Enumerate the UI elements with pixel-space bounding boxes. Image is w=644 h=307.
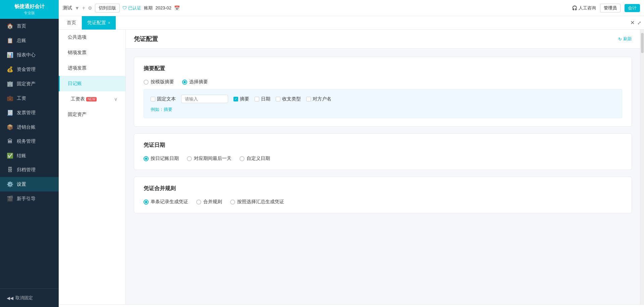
summary-radio-template[interactable]: 按模版摘要 — [144, 79, 174, 85]
page-header: 凭证配置 ↻ 刷新 — [126, 30, 640, 49]
radio-journal-inner — [145, 158, 147, 160]
date-radio-journal[interactable]: 按日记账日期 — [144, 156, 179, 162]
checkbox-summary-label: 摘要 — [240, 96, 249, 102]
sidebar-item-ledger[interactable]: 📋 总账 — [0, 33, 59, 48]
checkbox-fixed-text[interactable]: 固定文本 — [151, 96, 176, 102]
summary-radio-select[interactable]: 选择摘要 — [182, 79, 208, 85]
sidebar-item-tax[interactable]: 🏛 税务管理 — [0, 134, 59, 148]
radio-summary-indicator — [230, 200, 235, 205]
reports-icon: 📊 — [7, 52, 13, 58]
sidebar-item-assets[interactable]: 🏢 固定资产 — [0, 77, 59, 91]
checkbox-date-label: 日期 — [261, 96, 270, 102]
merge-radio-single[interactable]: 单条记录生成凭证 — [144, 199, 188, 205]
expand-arrow: ∨ — [114, 96, 117, 102]
add-icon[interactable]: + — [82, 5, 85, 11]
checkbox-summary[interactable]: ✓ 摘要 — [233, 96, 249, 102]
checkbox-counterparty[interactable]: 对方户名 — [306, 96, 331, 102]
nav-public-options[interactable]: 公共选项 — [59, 30, 125, 45]
sidebar-item-label: 工资 — [17, 95, 26, 101]
invoice-icon: 🧾 — [7, 109, 13, 116]
nav-fixed-assets[interactable]: 固定资产 — [59, 107, 125, 122]
radio-summary-label: 按照选择汇总生成凭证 — [237, 199, 284, 205]
page-title: 凭证配置 — [134, 35, 158, 43]
nav-sales-invoice[interactable]: 销项发票 — [59, 45, 125, 60]
settings-icon[interactable]: ⚙ — [88, 5, 92, 11]
radio-journal-indicator — [144, 156, 149, 161]
checkbox-income-type[interactable]: 收支类型 — [276, 96, 301, 102]
sidebar-item-settings[interactable]: ⚙️ 设置 — [0, 177, 59, 191]
sidebar-item-label: 首页 — [17, 23, 26, 29]
assets-icon: 🏢 — [7, 81, 13, 87]
checkbox-counterparty-label: 对方户名 — [313, 96, 331, 102]
nav-journal[interactable]: 日记账 — [59, 76, 125, 91]
dropdown-icon[interactable]: ▼ — [75, 5, 79, 11]
checkbox-date[interactable]: 日期 — [255, 96, 270, 102]
sidebar-item-guide[interactable]: 🎬 新手引导 — [0, 191, 59, 206]
right-scrollbar[interactable] — [640, 30, 644, 304]
date-title: 凭证日期 — [144, 142, 622, 149]
expand-icon[interactable]: ⤢ — [637, 20, 641, 26]
manager-btn[interactable]: 管理员 — [600, 4, 621, 12]
refresh-icon: ↻ — [618, 37, 622, 42]
project-name: 测试 — [63, 5, 72, 11]
sidebar-item-reports[interactable]: 📊 报表中心 — [0, 48, 59, 62]
merge-radio-rule[interactable]: 合并规则 — [196, 199, 222, 205]
ledger-icon: 📋 — [7, 37, 13, 44]
checkbox-fixed-text-box — [151, 97, 155, 101]
merge-radio-group: 单条记录生成凭证 合并规则 按照选择汇总生成凭证 — [144, 199, 622, 205]
refresh-btn[interactable]: ↻ 刷新 — [618, 36, 632, 42]
sidebar-item-label: 发票管理 — [17, 110, 36, 116]
sidebar-item-label: 税务管理 — [17, 138, 36, 144]
tab-voucher-config-label: 凭证配置 — [87, 20, 106, 26]
role-badge: 会计 — [625, 4, 640, 12]
sidebar-item-label: 归档管理 — [17, 167, 36, 173]
checkbox-summary-box: ✓ — [233, 97, 238, 101]
switch-old-btn[interactable]: 切到旧版 — [95, 4, 120, 12]
period-label: 账期 — [144, 5, 153, 11]
archive-icon: 🗄 — [7, 167, 13, 173]
tab-home[interactable]: 首页 — [61, 16, 82, 30]
sidebar-item-salary[interactable]: 💼 工资 — [0, 91, 59, 105]
radio-select-indicator — [182, 80, 187, 85]
radio-single-label: 单条记录生成凭证 — [151, 199, 188, 205]
date-radio-period-last[interactable]: 对应期间最后一天 — [187, 156, 231, 162]
date-radio-custom[interactable]: 自定义日期 — [239, 156, 270, 162]
tab-home-label: 首页 — [67, 20, 76, 26]
tab-voucher-config[interactable]: 凭证配置 × — [82, 16, 116, 30]
sidebar-item-home[interactable]: 🏠 首页 — [0, 19, 59, 33]
summary-radio-group: 按模版摘要 选择摘要 — [144, 79, 622, 85]
purchase-icon: 📦 — [7, 124, 13, 130]
sidebar-item-label: 结账 — [17, 153, 26, 159]
merge-radio-summary[interactable]: 按照选择汇总生成凭证 — [230, 199, 284, 205]
tax-icon: 🏛 — [7, 138, 13, 144]
sidebar-item-invoice[interactable]: 🧾 发票管理 — [0, 105, 59, 120]
payroll-label: 工资表NEW — [71, 96, 97, 102]
tab-close-icon[interactable]: × — [108, 20, 110, 25]
sidebar-item-purchase[interactable]: 📦 进销台账 — [0, 120, 59, 134]
date-radio-group: 按日记账日期 对应期间最后一天 自定义日期 — [144, 156, 622, 162]
close-window-icon[interactable]: ✕ — [630, 19, 635, 26]
sidebar-item-archive[interactable]: 🗄 归档管理 — [0, 163, 59, 177]
nav-purchase-invoice[interactable]: 进项发票 — [59, 60, 125, 76]
nav-payroll[interactable]: 工资表NEW ∨ — [59, 91, 125, 107]
sidebar-item-funds[interactable]: 💰 资金管理 — [0, 62, 59, 77]
sidebar-item-label: 设置 — [17, 181, 26, 187]
salary-icon: 💼 — [7, 95, 13, 101]
funds-icon: 💰 — [7, 66, 13, 73]
radio-period-last-label: 对应期间最后一天 — [194, 156, 231, 162]
calendar-icon[interactable]: 📅 — [174, 5, 180, 11]
checkbox-row: 固定文本 ✓ 摘要 日期 — [151, 95, 615, 103]
sidebar-item-label: 资金管理 — [17, 67, 36, 73]
home-icon: 🏠 — [7, 23, 13, 29]
radio-rule-label: 合并规则 — [203, 199, 222, 205]
bottom-bar: 保存 — [59, 304, 644, 307]
checkbox-section: 固定文本 ✓ 摘要 日期 — [144, 89, 622, 118]
cancel-pin-btn[interactable]: ◀◀ 取消固定 — [0, 292, 59, 304]
new-badge: NEW — [86, 97, 97, 101]
fixed-text-input[interactable] — [181, 95, 228, 103]
service-btn[interactable]: 🎧 人工咨询 — [572, 5, 596, 11]
scrollbar-thumb — [641, 33, 644, 53]
sidebar-item-label: 总账 — [17, 38, 26, 44]
sidebar-item-label: 报表中心 — [17, 52, 36, 58]
sidebar-item-checkout[interactable]: ✅ 结账 — [0, 148, 59, 163]
